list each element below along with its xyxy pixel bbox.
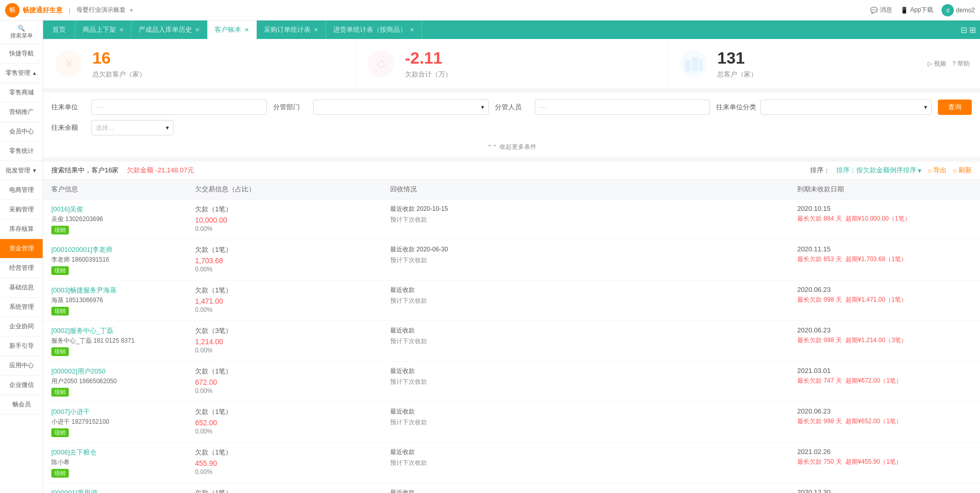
debt-count-1: 欠款（1笔） [195, 245, 390, 254]
due-date-1: 2020.11.15 [797, 245, 972, 253]
collapse-btn[interactable]: ⌃⌃ 收起更多条件 [51, 141, 972, 153]
customer-phone-4: 用户2050 18665062050 [51, 377, 195, 386]
sidebar-search[interactable]: 🔍 搜索菜单 [0, 21, 43, 44]
customer-name-0[interactable]: [0016]吴俊 [51, 205, 195, 214]
customer-name-1[interactable]: [0001020001]李老师 [51, 245, 195, 254]
from-unit-label: 往来单位 [51, 103, 87, 112]
tab-home[interactable]: 首页 [43, 21, 75, 39]
debt-amount-5[interactable]: 652.00 [195, 419, 390, 427]
sort-btn[interactable]: 排序：按欠款金额倒序排序 ▾ [836, 166, 921, 175]
sidebar-item-label: 批发管理 [6, 167, 30, 174]
debt-amount-3[interactable]: 1,214.00 [195, 338, 390, 346]
table-row: [0001020001]李老师 李老师 18600391516 现销 欠款（1笔… [43, 240, 980, 281]
filter-row-1: 往来单位 ··· 分管部门 ▾ [51, 100, 972, 115]
tab-close-icon[interactable]: ✕ [314, 27, 318, 33]
tab-shrink-icon[interactable]: ⊟ [960, 25, 967, 35]
sidebar-item-marketing[interactable]: 营销推广 [0, 103, 43, 122]
sidebar-item-retail-mall[interactable]: 零售商城 [0, 83, 43, 103]
tab-purchase-stats[interactable]: 采购订单统计表 ✕ [257, 21, 326, 39]
sidebar-item-retail-mgmt[interactable]: 零售管理 ▲ [0, 64, 43, 83]
overdue-1: 最长欠款 853 天 超期¥1,703.68（1笔） [797, 255, 972, 264]
tab-product-listing[interactable]: 商品上下架 ✕ [75, 21, 131, 39]
col-header-debt: 欠交易信息（占比） [195, 185, 390, 194]
sidebar-item-newbie[interactable]: 新手引导 [0, 337, 43, 356]
customer-badge-4: 现销 [51, 388, 69, 397]
table-row: [0016]吴俊 吴俊 13026203696 现销 欠款（1笔） 10,000… [43, 200, 980, 240]
message-btn[interactable]: 💬 消息 [870, 6, 892, 14]
debt-amount-0[interactable]: 10,000.00 [195, 216, 390, 224]
export-btn[interactable]: ○ 导出 [928, 166, 947, 175]
sidebar-item-retail-stats[interactable]: 零售统计 [0, 142, 43, 161]
sidebar-item-purchase-mgmt[interactable]: 采购管理 [0, 200, 43, 220]
summary-card-actions: ▷ 视频 ? 帮助 [928, 60, 970, 68]
tab-purchase-product-stats[interactable]: 进货单统计表（按商品） ✕ [326, 21, 422, 39]
search-button[interactable]: 查询 [938, 100, 972, 115]
due-date-0: 2020.10.15 [797, 205, 972, 212]
overdue-amount-3[interactable]: 超期¥1,214.00（3笔） [846, 337, 907, 344]
next-collect-1: 预计下次收款 [390, 256, 797, 265]
overdue-amount-2[interactable]: 超期¥1,471.00（1笔） [846, 296, 907, 303]
sidebar-item-vip-member[interactable]: 畅会员 [0, 395, 43, 415]
sidebar-item-sys-mgmt[interactable]: 系统管理 [0, 298, 43, 317]
app-download-btn[interactable]: 📱 App下载 [900, 6, 933, 14]
help-btn[interactable]: ? 帮助 [952, 60, 970, 68]
debt-amount-4[interactable]: 672.00 [195, 378, 390, 386]
debt-count-2: 欠款（1笔） [195, 286, 390, 295]
sidebar-item-corp-wechat[interactable]: 企业微信 [0, 376, 43, 395]
from-unit-input[interactable]: ··· [91, 100, 267, 115]
overdue-amount-4[interactable]: 超期¥672.00（1笔） [846, 377, 902, 384]
unit-category-select[interactable]: ▾ [760, 100, 932, 115]
sidebar-item-ecom-mgmt[interactable]: 电商管理 [0, 181, 43, 200]
customer-name-5[interactable]: [0007]小进干 [51, 407, 195, 417]
customer-name-3[interactable]: [0002]服务中心_丁磊 [51, 326, 195, 336]
customer-name-2[interactable]: [0003]畅捷服务尹海蒸 [51, 286, 195, 295]
tab-close-icon[interactable]: ✕ [410, 27, 414, 33]
tab-production-history[interactable]: 产成品入库单历史 ✕ [131, 21, 207, 39]
debt-amount-2[interactable]: 1,471.00 [195, 297, 390, 305]
tab-close-icon[interactable]: ✕ [244, 27, 249, 33]
customer-phone-2: 海蒸 18513066976 [51, 296, 195, 305]
video-btn[interactable]: ▷ 视频 [928, 60, 946, 68]
customer-name-6[interactable]: [0006]去下粮仓 [51, 448, 195, 457]
search-icon: 🔍 [17, 25, 25, 32]
tab-expand-icon[interactable]: ⊞ [969, 25, 976, 35]
due-date-6: 2021.02.26 [797, 448, 972, 456]
sidebar-item-label: 系统管理 [9, 303, 34, 310]
sidebar-item-app-center[interactable]: 应用中心 [0, 356, 43, 376]
overdue-amount-6[interactable]: 超期¥455.90（1笔） [846, 458, 902, 465]
balance-select[interactable]: 选择... ▾ [91, 120, 174, 135]
sidebar-item-enterprise[interactable]: 企业协同 [0, 317, 43, 337]
debt-amount-6[interactable]: 455.90 [195, 459, 390, 467]
company-selector[interactable]: 母婴行业演示账套 [76, 6, 126, 14]
customer-name-4[interactable]: [000002]用户2050 [51, 367, 195, 376]
sidebar-item-batch-mgmt[interactable]: 批发管理 ▼ [0, 161, 43, 181]
due-date-cell-0: 2020.10.15 最长欠款 884 天 超期¥10,000.00（1笔） [797, 205, 972, 223]
sidebar-item-basic-info[interactable]: 基础信息 [0, 278, 43, 298]
sidebar-item-quick-nav[interactable]: 快捷导航 [0, 44, 43, 64]
overdue-amount-0[interactable]: 超期¥10,000.00（1笔） [846, 215, 911, 222]
due-date-4: 2021.03.01 [797, 367, 972, 374]
debt-ratio-3: 0.00% [195, 347, 390, 354]
tab-close-icon[interactable]: ✕ [195, 27, 200, 33]
user-avatar-btn[interactable]: d demo2 [941, 4, 975, 16]
refresh-btn[interactable]: ○ 刷新 [953, 166, 972, 175]
filter-branch-dept: 分管部门 ▾ [273, 100, 489, 115]
sidebar-item-ops-mgmt[interactable]: 经营管理 [0, 259, 43, 278]
sidebar-item-finance[interactable]: 资金管理 [0, 239, 43, 259]
sidebar-item-member-center[interactable]: 会员中心 [0, 122, 43, 142]
customer-cell-4: [000002]用户2050 用户2050 18665062050 现销 [51, 367, 195, 397]
tab-close-icon[interactable]: ✕ [119, 27, 124, 33]
debt-amount-1[interactable]: 1,703.68 [195, 257, 390, 265]
overdue-amount-1[interactable]: 超期¥1,703.68（1笔） [846, 255, 907, 263]
branch-dept-select[interactable]: ▾ [313, 100, 489, 115]
branch-person-input[interactable]: ··· [535, 100, 710, 115]
customer-badge-0: 现销 [51, 226, 69, 234]
svg-text:¥: ¥ [65, 56, 72, 70]
tab-customer-ledger[interactable]: 客户账本 ✕ [207, 21, 257, 39]
sidebar-item-inventory[interactable]: 库存核算 [0, 220, 43, 239]
overdue-amount-5[interactable]: 超期¥652.00（1笔） [846, 418, 902, 425]
sidebar-item-label: 经营管理 [9, 264, 34, 271]
tab-label: 产成品入库单历史 [139, 25, 192, 34]
customer-badge-5: 现销 [51, 428, 69, 437]
customer-name-7[interactable]: [000001]黄思源 [51, 488, 195, 493]
